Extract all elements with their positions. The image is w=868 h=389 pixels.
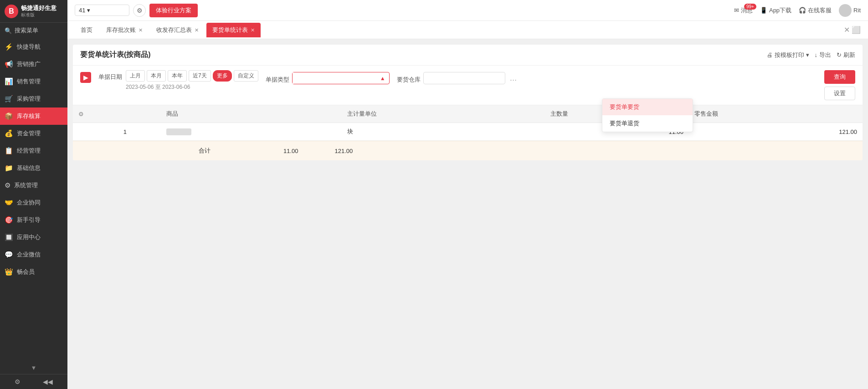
user-avatar <box>839 4 852 17</box>
date-more-button[interactable]: 更多 <box>213 70 232 82</box>
close-tab-batch-icon[interactable]: ✕ <box>139 27 143 33</box>
tab-home[interactable]: 首页 <box>75 23 98 37</box>
tab-receipts[interactable]: 收发存汇总表✕ <box>150 23 205 37</box>
tab-bar: 首页库存批次账✕收发存汇总表✕要货单统计表✕✕ ⬜ <box>67 21 868 39</box>
export-button[interactable]: ↓ 导出 <box>815 51 832 59</box>
warehouse-more-button[interactable]: … <box>508 74 519 82</box>
message-icon: ✉ <box>734 7 739 14</box>
sidebar-settings-btn[interactable]: ⚙ <box>15 378 21 385</box>
row-settings <box>73 123 89 141</box>
print-button[interactable]: 🖨 按模板打印 ▾ <box>767 51 809 59</box>
chevron-down-icon: ▾ <box>87 7 90 14</box>
sidebar-item-quick-nav[interactable]: ⚡快捷导航 <box>0 38 67 56</box>
filter-action-buttons: 查询 设置 <box>824 70 855 100</box>
sidebar-item-wechat[interactable]: 💬企业微信 <box>0 246 67 263</box>
date-shortcut-本月[interactable]: 本月 <box>147 70 166 82</box>
online-service-button[interactable]: 🎧 在线客服 <box>799 6 832 15</box>
sidebar-item-appstore[interactable]: 🔲应用中心 <box>0 229 67 246</box>
sidebar-item-marketing[interactable]: 📢营销推广 <box>0 56 67 73</box>
filter-expand-button[interactable]: ▶ <box>80 72 91 83</box>
date-shortcut-近7天[interactable]: 近7天 <box>189 70 211 82</box>
messages-badge: 99+ <box>744 4 756 10</box>
nav-icon-operation: 📋 <box>5 147 13 155</box>
tab-order-stats[interactable]: 要货单统计表✕ <box>206 23 261 37</box>
type-dropdown-arrow[interactable]: ▲ <box>376 73 389 83</box>
column-unit: 主计量单位 <box>342 105 545 123</box>
date-range-text: 2023-05-06 至 2023-06-06 <box>126 83 258 91</box>
date-shortcut-buttons: 上月本月本年近7天更多自定义 <box>126 70 258 82</box>
sidebar-scroll-down[interactable]: ▼ <box>0 362 67 374</box>
date-shortcut-本年[interactable]: 本年 <box>168 70 187 82</box>
date-shortcuts: 上月本月本年近7天更多自定义 2023-05-06 至 2023-06-06 <box>126 70 258 91</box>
logo-text: 畅捷通好生意 标准版 <box>21 5 56 18</box>
date-filter-group: 单据日期 上月本月本年近7天更多自定义 2023-05-06 至 2023-06… <box>98 70 258 91</box>
date-custom-button[interactable]: 自定义 <box>234 70 258 82</box>
refresh-button[interactable]: ↻ 刷新 <box>837 51 855 59</box>
nav-icon-enterprise: 🤝 <box>5 199 13 207</box>
warehouse-input-field[interactable] <box>423 72 505 84</box>
data-table: ⚙ 商品 主计量单位 主数量 零售金额 1 ██████ 块 11.00 121… <box>73 105 863 141</box>
warehouse-filter-label: 要货仓库 <box>397 73 421 84</box>
sidebar-item-guide[interactable]: 🎯新手引导 <box>0 211 67 229</box>
messages-button[interactable]: ✉ 消息 99+ <box>734 6 753 15</box>
topbar-gear-button[interactable]: ⚙ <box>133 4 146 17</box>
sidebar-item-sales[interactable]: 📊销售管理 <box>0 73 67 90</box>
sidebar-item-basic[interactable]: 📁基础信息 <box>0 159 67 177</box>
type-input-wrapper[interactable]: ▲ <box>292 72 390 84</box>
nav-icon-inventory: 📦 <box>5 112 13 120</box>
sidebar-logo: B 畅捷通好生意 标准版 <box>0 0 67 23</box>
content-area: 要货单统计表(按商品) 🖨 按模板打印 ▾ ↓ 导出 ↻ 刷新 <box>67 39 868 389</box>
row-product: ██████ <box>161 123 342 141</box>
close-all-tabs-button[interactable]: ✕ ⬜ <box>844 26 861 34</box>
print-chevron-icon: ▾ <box>806 51 809 58</box>
topbar: 41 ▾ ⚙ 体验行业方案 ✉ 消息 99+ 📱 App下载 🎧 在线客服 R <box>67 0 868 21</box>
sidebar-item-operation[interactable]: 📋经营管理 <box>0 142 67 159</box>
sidebar-item-finance[interactable]: 💰资金管理 <box>0 125 67 142</box>
type-dropdown-menu: 要货单要货要货单退货 <box>602 98 693 132</box>
print-icon: 🖨 <box>767 51 773 58</box>
filter-bar: ▶ 单据日期 上月本月本年近7天更多自定义 2023-05-06 至 2023-… <box>73 66 863 105</box>
sidebar: B 畅捷通好生意 标准版 🔍 搜索菜单 ⚡快捷导航📢营销推广📊销售管理🛒采购管理… <box>0 0 67 389</box>
sidebar-item-enterprise[interactable]: 🤝企业协同 <box>0 194 67 211</box>
page-actions: 🖨 按模板打印 ▾ ↓ 导出 ↻ 刷新 <box>767 51 856 59</box>
topbar-right: ✉ 消息 99+ 📱 App下载 🎧 在线客服 Rit <box>734 4 861 17</box>
table-row: 1 ██████ 块 11.00 121.00 <box>73 123 863 141</box>
nav-icon-wechat: 💬 <box>5 251 13 259</box>
dropdown-item-要货单退货[interactable]: 要货单退货 <box>602 115 693 132</box>
column-settings[interactable]: ⚙ <box>73 105 89 123</box>
nav-icon-sales: 📊 <box>5 77 13 86</box>
date-shortcut-上月[interactable]: 上月 <box>126 70 145 82</box>
type-input-field[interactable] <box>293 72 376 84</box>
page-panel: 要货单统计表(按商品) 🖨 按模板打印 ▾ ↓ 导出 ↻ 刷新 <box>73 45 863 160</box>
sidebar-collapse-btn[interactable]: ◀◀ <box>43 378 53 385</box>
sidebar-item-member[interactable]: 👑畅会员 <box>0 263 67 281</box>
nav-icon-appstore: 🔲 <box>5 233 13 241</box>
sidebar-item-inventory[interactable]: 📦库存核算 <box>0 107 67 125</box>
row-amount: 121.00 <box>689 123 863 141</box>
nav-icon-member: 👑 <box>5 268 13 276</box>
nav-icon-finance: 💰 <box>5 129 13 138</box>
filter-settings-button[interactable]: 设置 <box>824 87 855 100</box>
app-download-button[interactable]: 📱 App下载 <box>760 6 791 15</box>
company-selector[interactable]: 41 ▾ <box>75 5 129 16</box>
close-tab-order-stats-icon[interactable]: ✕ <box>251 27 255 33</box>
row-index: 1 <box>89 123 161 141</box>
topbar-left: 41 ▾ ⚙ 体验行业方案 <box>75 4 729 17</box>
tab-batch[interactable]: 库存批次账✕ <box>100 23 149 37</box>
sidebar-item-purchase[interactable]: 🛒采购管理 <box>0 90 67 107</box>
column-index <box>89 105 161 123</box>
trial-button[interactable]: 体验行业方案 <box>149 4 198 17</box>
dropdown-item-要货单要货[interactable]: 要货单要货 <box>602 99 693 115</box>
table-footer: 合计 11.00 121.00 <box>73 141 863 160</box>
headset-icon: 🎧 <box>799 7 806 14</box>
close-tab-receipts-icon[interactable]: ✕ <box>195 27 199 33</box>
page-title: 要货单统计表(按商品) <box>80 50 151 60</box>
user-avatar-button[interactable]: Rit <box>839 4 861 17</box>
table-container: ⚙ 商品 主计量单位 主数量 零售金额 1 ██████ 块 11.00 121… <box>73 105 863 141</box>
sidebar-item-system[interactable]: ⚙系统管理 <box>0 177 67 194</box>
footer-label: 合计 <box>199 147 211 155</box>
query-button[interactable]: 查询 <box>824 70 855 84</box>
table-body: 1 ██████ 块 11.00 121.00 <box>73 123 863 141</box>
sidebar-search[interactable]: 🔍 搜索菜单 <box>0 23 67 38</box>
type-filter-group: 单据类型 ▲ 要货单要货要货单退货 <box>266 72 390 84</box>
